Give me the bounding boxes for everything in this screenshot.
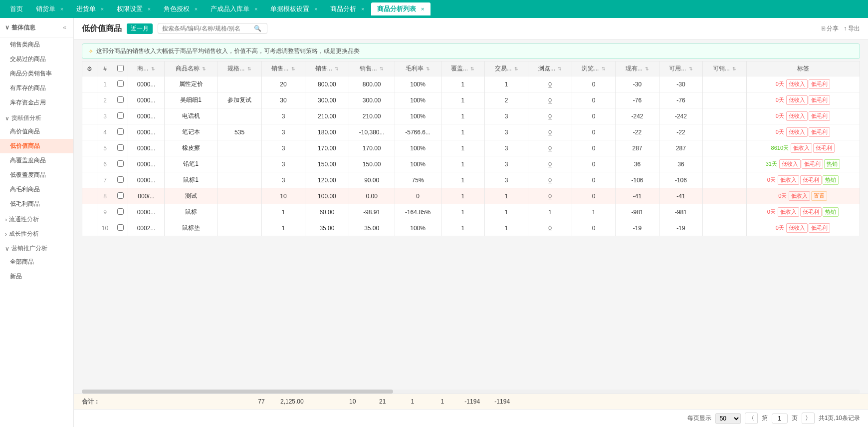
- cell-sales-qty: 3: [261, 108, 305, 124]
- cell-coverage: 1: [441, 108, 484, 124]
- nav-home[interactable]: 首页: [4, 2, 29, 15]
- cell-checkbox[interactable]: [113, 204, 128, 220]
- cell-checkbox[interactable]: [113, 76, 128, 92]
- cell-gear[interactable]: [82, 156, 97, 172]
- sidebar-item-stock-capital[interactable]: 库存资金占用: [0, 95, 73, 110]
- nav-product-analysis-list[interactable]: 商品分析列表 ×: [371, 2, 430, 15]
- cell-browse1[interactable]: 0: [528, 92, 572, 108]
- close-icon[interactable]: ×: [361, 6, 364, 12]
- cell-code: 0000...: [128, 76, 165, 92]
- close-icon[interactable]: ×: [148, 6, 151, 12]
- scrollbar-thumb[interactable]: [82, 390, 393, 394]
- cell-gear[interactable]: [82, 188, 97, 204]
- cell-name: 笔记本: [164, 124, 217, 140]
- cell-gear[interactable]: [82, 76, 97, 92]
- sidebar-item-category-sales-rate[interactable]: 商品分类销售率: [0, 66, 73, 81]
- cell-checkbox[interactable]: [113, 172, 128, 188]
- export-button[interactable]: ↑ 导出: [844, 24, 860, 33]
- cell-browse1[interactable]: 1: [528, 204, 572, 220]
- sidebar-item-low-coverage[interactable]: 低覆盖度商品: [0, 168, 73, 182]
- cell-code: 0000...: [128, 92, 165, 108]
- th-gear[interactable]: ⚙: [82, 61, 97, 76]
- next-page-button[interactable]: 〉: [802, 413, 815, 424]
- cell-checkbox[interactable]: [113, 140, 128, 156]
- cell-gear[interactable]: [82, 204, 97, 220]
- sidebar-group-growth[interactable]: › 成长性分析: [0, 226, 73, 240]
- cell-checkbox[interactable]: [113, 156, 128, 172]
- page-number-input[interactable]: [772, 414, 788, 424]
- cell-gear[interactable]: [82, 220, 97, 236]
- search-input[interactable]: [162, 25, 252, 32]
- nav-purchase-order[interactable]: 进货单 ×: [70, 2, 110, 15]
- nav-template-settings[interactable]: 单据模板设置 ×: [264, 2, 323, 15]
- cell-checkbox[interactable]: [113, 220, 128, 236]
- cell-browse1[interactable]: 0: [528, 156, 572, 172]
- th-sales-price: 销售... ⇅: [305, 61, 349, 76]
- nav-permissions[interactable]: 权限设置 ×: [111, 2, 157, 15]
- search-icon[interactable]: 🔍: [254, 25, 261, 32]
- cell-browse1[interactable]: 0: [528, 188, 572, 204]
- prev-page-button[interactable]: 〈: [745, 413, 758, 424]
- nav-role-auth[interactable]: 角色授权 ×: [158, 2, 204, 15]
- cell-checkbox[interactable]: [113, 108, 128, 124]
- cell-spec: [217, 76, 261, 92]
- sidebar-item-low-value[interactable]: 低价值商品: [0, 139, 73, 153]
- table-scrollbar[interactable]: [82, 390, 860, 394]
- sidebar-item-traded-products[interactable]: 交易过的商品: [0, 52, 73, 66]
- cell-browse1[interactable]: 0: [528, 220, 572, 236]
- cell-sellable: [703, 108, 746, 124]
- cell-coverage: 1: [441, 220, 484, 236]
- th-coverage: 覆盖... ⇅: [441, 61, 484, 76]
- cell-stock-now: -41: [616, 188, 659, 204]
- th-checkbox[interactable]: [113, 61, 128, 76]
- sidebar-item-stocked-products[interactable]: 有库存的商品: [0, 81, 73, 95]
- time-filter-button[interactable]: 近一月: [127, 23, 153, 34]
- cell-tags: 31天低收入低毛利热销: [746, 156, 860, 172]
- cell-gear[interactable]: [82, 108, 97, 124]
- sidebar-item-low-margin[interactable]: 低毛利商品: [0, 197, 73, 211]
- cell-gross-margin: 100%: [395, 156, 441, 172]
- cell-browse1[interactable]: 0: [528, 172, 572, 188]
- close-icon[interactable]: ×: [314, 6, 317, 12]
- cell-checkbox[interactable]: [113, 124, 128, 140]
- close-icon[interactable]: ×: [195, 6, 198, 12]
- sidebar-item-high-value[interactable]: 高价值商品: [0, 124, 73, 139]
- share-icon: ⎘: [822, 25, 825, 32]
- close-icon[interactable]: ×: [101, 6, 104, 12]
- th-code: 商... ⇅: [128, 61, 165, 76]
- nav-sales-order[interactable]: 销货单 ×: [30, 2, 69, 15]
- close-icon[interactable]: ×: [254, 6, 257, 12]
- page-size-select[interactable]: 50 100: [715, 413, 741, 424]
- cell-gear[interactable]: [82, 140, 97, 156]
- sidebar-item-high-coverage[interactable]: 高覆盖度商品: [0, 153, 73, 168]
- cell-gear[interactable]: [82, 124, 97, 140]
- cell-checkbox[interactable]: [113, 188, 128, 204]
- cell-stock-now: -30: [616, 76, 659, 92]
- cell-name: 铅笔1: [164, 156, 217, 172]
- footer-browse2: 1: [428, 397, 457, 406]
- cell-browse1[interactable]: 0: [528, 76, 572, 92]
- th-stock-now: 现有... ⇅: [616, 61, 659, 76]
- sidebar-collapse-btn[interactable]: «: [61, 22, 68, 33]
- sidebar-group-circulation[interactable]: › 流通性分析: [0, 211, 73, 226]
- select-all-checkbox[interactable]: [117, 65, 124, 71]
- cell-tags: 0天低收入低毛利: [746, 76, 860, 92]
- nav-product-analysis[interactable]: 商品分析 ×: [324, 2, 370, 15]
- cell-name: 属性定价: [164, 76, 217, 92]
- sidebar-item-sales-products[interactable]: 销售类商品: [0, 37, 73, 52]
- cell-gear[interactable]: [82, 172, 97, 188]
- sidebar-item-new-products[interactable]: 新品: [0, 269, 73, 284]
- close-icon[interactable]: ×: [421, 6, 424, 12]
- cell-browse1[interactable]: 0: [528, 108, 572, 124]
- cell-checkbox[interactable]: [113, 92, 128, 108]
- share-button[interactable]: ⎘ 分享: [822, 24, 839, 33]
- table-container[interactable]: ⚙ # 商... ⇅ 商品名称 ⇅ 规格... ⇅ 销售... ⇅ 销售... …: [74, 61, 868, 390]
- cell-gear[interactable]: [82, 92, 97, 108]
- cell-browse1[interactable]: 0: [528, 124, 572, 140]
- sidebar-item-all-products[interactable]: 全部商品: [0, 255, 73, 269]
- sidebar-item-high-margin[interactable]: 高毛利商品: [0, 182, 73, 197]
- nav-product-inbound[interactable]: 产成品入库单 ×: [205, 2, 263, 15]
- cell-browse1[interactable]: 0: [528, 140, 572, 156]
- close-icon[interactable]: ×: [60, 6, 63, 12]
- cell-stock-now: -106: [616, 172, 659, 188]
